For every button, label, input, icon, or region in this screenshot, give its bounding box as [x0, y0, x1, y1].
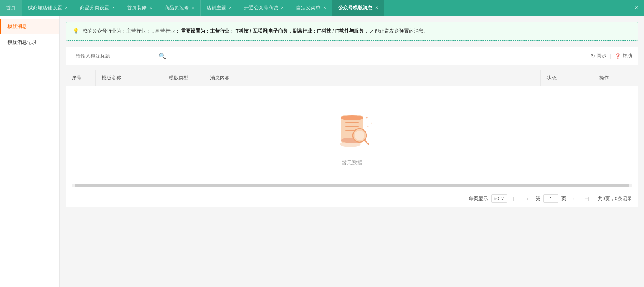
horizontal-scrollbar[interactable] [72, 184, 632, 187]
page-label: 第 [536, 195, 540, 202]
empty-state: ✦ ✦ ✦ 暂无数据 [66, 86, 638, 181]
page-size-label: 每页显示 [469, 195, 488, 202]
th-index: 序号 [66, 70, 96, 86]
last-page-button[interactable]: ⊣ [582, 194, 592, 204]
content-area: 💡 您的公众号行业为：主营行业：，副营行业： 需要设置为：主营行业：IT科技 /… [60, 16, 644, 287]
sidebar-item-template-msg-record[interactable]: 模版消息记录 [0, 34, 59, 50]
chevron-down-icon: ∨ [501, 196, 505, 201]
notice-box: 💡 您的公众号行业为：主营行业：，副营行业： 需要设置为：主营行业：IT科技 /… [66, 22, 638, 41]
page-unit: 页 [561, 195, 566, 202]
search-right: ↻ 同步 | ❓ 帮助 [591, 52, 632, 59]
tab-close-wshop-setting[interactable]: × [65, 6, 68, 10]
tab-home-decor[interactable]: 首页装修× [121, 0, 158, 16]
tab-product-decor[interactable]: 商品页装修× [158, 0, 201, 16]
scrollbar-thumb [75, 184, 629, 187]
tab-close-product-category[interactable]: × [112, 6, 115, 10]
th-type: 模版类型 [163, 70, 204, 86]
svg-text:✦: ✦ [365, 116, 368, 120]
divider: | [610, 53, 611, 59]
help-button[interactable]: ❓ 帮助 [615, 52, 632, 59]
tab-close-custom-menu[interactable]: × [323, 6, 326, 10]
svg-point-8 [355, 131, 364, 140]
th-content: 消息内容 [204, 70, 541, 86]
svg-text:✦: ✦ [367, 125, 369, 128]
tab-shop-theme[interactable]: 店铺主题× [201, 0, 238, 16]
notice-suffix: 才能正常发送预置的消息。 [370, 28, 428, 34]
tab-open-wechat-mall[interactable]: 开通公众号商城× [238, 0, 290, 16]
notice-highlight: 需要设置为：主营行业：IT科技 / 互联网|电子商务，副营行业：IT科技 / I… [181, 28, 369, 34]
tab-bar: 首页微商城店铺设置×商品分类设置×首页装修×商品页装修×店铺主题×开通公众号商城… [0, 0, 644, 16]
table-header: 序号模版名称模版类型消息内容状态操作 [66, 70, 638, 86]
svg-line-9 [364, 140, 369, 144]
th-status: 状态 [541, 70, 593, 86]
sync-icon: ↻ [591, 53, 595, 59]
th-action: 操作 [593, 70, 638, 86]
notice-prefix: 您的公众号行业为：主营行业：，副营行业： [83, 28, 180, 34]
sync-label: 同步 [597, 52, 606, 59]
sidebar: 模版消息模版消息记录 [0, 16, 60, 287]
svg-point-1 [341, 115, 363, 120]
tab-close-open-wechat-mall[interactable]: × [281, 6, 284, 10]
tab-bar-close-btn[interactable]: × [629, 4, 644, 11]
help-icon: ❓ [615, 53, 621, 59]
empty-text: 暂无数据 [342, 159, 363, 166]
search-bar: 🔍 ↻ 同步 | ❓ 帮助 [66, 47, 638, 65]
page-size-select[interactable]: 50 ∨ [491, 194, 507, 203]
tab-close-home-decor[interactable]: × [150, 6, 152, 10]
first-page-button[interactable]: ⊢ [510, 194, 520, 204]
table-container: 序号模版名称模版类型消息内容状态操作 [66, 70, 638, 207]
tab-home[interactable]: 首页 [0, 0, 22, 16]
sync-button[interactable]: ↻ 同步 [591, 52, 606, 59]
sidebar-item-template-msg[interactable]: 模版消息 [0, 19, 59, 34]
tab-custom-menu[interactable]: 自定义菜单× [290, 0, 332, 16]
tab-product-category[interactable]: 商品分类设置× [74, 0, 121, 16]
tab-template-msg[interactable]: 公众号模版消息× [332, 0, 384, 16]
page-size-value: 50 [494, 196, 499, 201]
tab-close-product-decor[interactable]: × [192, 6, 194, 10]
pagination: 每页显示 50 ∨ ⊢ ‹ 第 页 › ⊣ 共0页，0条记录 [66, 190, 638, 207]
search-left: 🔍 [72, 51, 167, 61]
help-label: 帮助 [622, 52, 632, 59]
empty-illustration: ✦ ✦ ✦ [330, 109, 375, 153]
main-layout: 模版消息模版消息记录 💡 您的公众号行业为：主营行业：，副营行业： 需要设置为：… [0, 16, 644, 287]
search-input[interactable] [72, 51, 154, 61]
th-name: 模版名称 [96, 70, 163, 86]
prev-page-button[interactable]: ‹ [523, 194, 533, 204]
current-page-input[interactable] [543, 194, 558, 203]
tab-close-shop-theme[interactable]: × [229, 6, 232, 10]
tab-wshop-setting[interactable]: 微商城店铺设置× [22, 0, 74, 16]
notice-icon: 💡 [73, 28, 79, 34]
total-info: 共0页，0条记录 [598, 195, 632, 202]
svg-text:✦: ✦ [370, 122, 372, 125]
search-button[interactable]: 🔍 [157, 51, 167, 61]
tab-close-template-msg[interactable]: × [375, 6, 378, 10]
next-page-button[interactable]: › [569, 194, 579, 204]
